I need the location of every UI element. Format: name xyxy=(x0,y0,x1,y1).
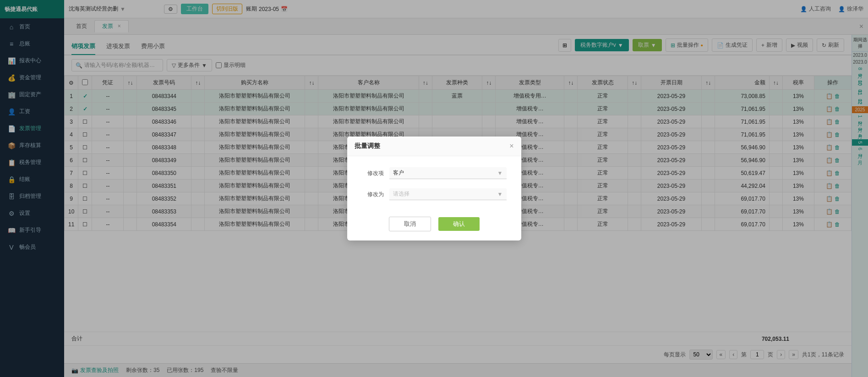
modal-close-button[interactable]: × xyxy=(509,142,513,150)
modal-confirm-button[interactable]: 确认 xyxy=(438,217,480,231)
modal-header: 批量调整 × xyxy=(347,137,521,156)
batch-adjust-modal: 批量调整 × 修改项 客户 ▼ 修改为 请选择 ▼ 取消 确认 xyxy=(347,137,521,240)
modal-overlay: 批量调整 × 修改项 客户 ▼ 修改为 请选择 ▼ 取消 确认 xyxy=(0,0,868,377)
modal-change-to-select[interactable]: 请选择 ▼ xyxy=(389,188,507,200)
modal-title: 批量调整 xyxy=(355,142,380,150)
modal-change-to-arrow-icon: ▼ xyxy=(497,191,503,197)
modal-footer: 取消 确认 xyxy=(347,211,521,240)
modal-field-value: 客户 xyxy=(393,169,404,177)
modal-field-label: 修改项 xyxy=(362,169,384,177)
modal-field-arrow-icon: ▼ xyxy=(497,170,503,176)
modal-field-value: 修改为 请选择 ▼ xyxy=(362,188,507,200)
modal-change-to-placeholder: 请选择 xyxy=(393,190,409,198)
modal-cancel-button[interactable]: 取消 xyxy=(389,217,431,231)
modal-body: 修改项 客户 ▼ 修改为 请选择 ▼ xyxy=(347,156,521,211)
modal-field-select[interactable]: 客户 ▼ xyxy=(389,167,507,179)
modal-change-to-label: 修改为 xyxy=(362,191,384,198)
modal-field-type: 修改项 客户 ▼ xyxy=(362,167,507,179)
